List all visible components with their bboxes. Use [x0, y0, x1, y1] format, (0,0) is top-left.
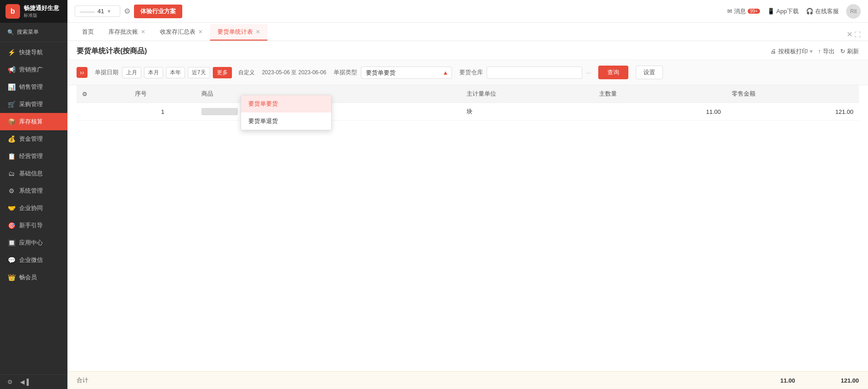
dropdown-item-yaohuo[interactable]: 要货单要货 [241, 95, 331, 113]
tab-receive-summary[interactable]: 收发存汇总表 ✕ [153, 24, 210, 41]
type-filter-group: 单据类型 要货单要货 要货单退货 ▲ [334, 67, 452, 79]
close-all-tabs-icon[interactable]: ✕ [847, 30, 853, 39]
sidebar-logo: b 畅捷通好生意 标准版 [0, 0, 67, 23]
this-month-btn[interactable]: 本月 [144, 67, 163, 78]
refresh-icon: ↻ [840, 48, 845, 55]
row-settings [77, 103, 129, 121]
purchase-icon: 🛒 [7, 100, 15, 108]
sidebar-item-guide[interactable]: 🎯 新手引导 [0, 217, 67, 234]
type-dropdown: 要货单要货 要货单退货 [241, 95, 332, 130]
row-amount: 121.00 [726, 103, 859, 121]
row-qty: 11.00 [594, 103, 726, 121]
message-icon: ✉ [727, 8, 732, 15]
warehouse-more-icon[interactable]: ··· [586, 69, 591, 76]
last-7-days-btn[interactable]: 近7天 [188, 67, 210, 78]
trial-button[interactable]: 体验行业方案 [134, 5, 182, 18]
col-amount-header: 零售金额 [726, 85, 859, 103]
type-filter-label: 单据类型 [334, 68, 357, 77]
sidebar: b 畅捷通好生意 标准版 🔍 搜索菜单 ⚡ 快捷导航 📢 营销推广 📊 销售管理… [0, 0, 67, 389]
row-unit: 块 [461, 103, 594, 121]
sidebar-nav: ⚡ 快捷导航 📢 营销推广 📊 销售管理 🛒 采购管理 📦 库存核算 💰 资金管… [0, 42, 67, 374]
page-actions: 🖨 按模板打印 ▾ ↑ 导出 ↻ 刷新 [770, 47, 859, 56]
warehouse-filter-group: 要货仓库 ··· [459, 67, 591, 79]
topbar-right: ✉ 消息 99+ 📱 App下载 🎧 在线客服 Rit [727, 4, 861, 19]
sidebar-item-sales[interactable]: 📊 销售管理 [0, 78, 67, 96]
total-amount: 121.00 [822, 377, 859, 384]
tab-order-summary[interactable]: 要货单统计表 ✕ [210, 24, 267, 41]
tab-inventory-batch[interactable]: 库存批次账 ✕ [101, 24, 153, 41]
print-button[interactable]: 🖨 按模板打印 ▾ [770, 47, 813, 56]
total-qty: 11.00 [759, 377, 795, 384]
col-unit-header: 主计量单位 [461, 85, 594, 103]
sidebar-item-basic[interactable]: 🗂 基础信息 [0, 165, 67, 182]
enterprise-icon: 🤝 [7, 204, 15, 212]
messages-button[interactable]: ✉ 消息 99+ [727, 7, 760, 15]
guide-icon: 🎯 [7, 221, 15, 230]
tab-home[interactable]: 首页 [75, 24, 101, 41]
query-button[interactable]: 查询 [598, 66, 628, 79]
col-settings-header[interactable]: ⚙ [77, 85, 129, 103]
topbar-settings-icon[interactable]: ⚙ [124, 7, 130, 15]
warehouse-input[interactable] [487, 67, 582, 79]
sidebar-item-marketing[interactable]: 📢 营销推广 [0, 61, 67, 78]
col-no-header: 序号 [129, 85, 196, 103]
close-order-summary-tab[interactable]: ✕ [256, 29, 260, 35]
chevron-down-icon: ▾ [810, 48, 813, 55]
sidebar-item-quick-nav[interactable]: ⚡ 快捷导航 [0, 44, 67, 61]
logo-text: 畅捷通好生意 标准版 [24, 5, 59, 18]
table-body: 1 块 11.00 121.00 [77, 103, 859, 121]
last-month-btn[interactable]: 上月 [122, 67, 141, 78]
quick-nav-icon: ⚡ [7, 48, 15, 56]
table-footer: 合计 11.00 121.00 [67, 371, 868, 389]
type-select[interactable]: 要货单要货 要货单退货 [361, 67, 452, 79]
page-title: 要货单统计表(按商品) [77, 46, 147, 56]
maximize-icon[interactable]: ⛶ [854, 31, 861, 38]
sidebar-item-enterprise[interactable]: 🤝 企业协同 [0, 200, 67, 217]
close-receive-summary-tab[interactable]: ✕ [198, 29, 203, 35]
table-row: 1 块 11.00 121.00 [77, 103, 859, 121]
wechat-icon: 💬 [7, 256, 15, 264]
sidebar-item-appstore[interactable]: 🔲 应用中心 [0, 234, 67, 251]
sidebar-item-system[interactable]: ⚙ 系统管理 [0, 182, 67, 200]
settings-icon[interactable]: ⚙ [7, 379, 13, 385]
sidebar-item-operation[interactable]: 📋 经营管理 [0, 148, 67, 165]
online-service-button[interactable]: 🎧 在线客服 [806, 7, 839, 15]
more-dates-btn[interactable]: 更多 [213, 67, 232, 78]
custom-date-btn[interactable]: 自定义 [235, 67, 258, 78]
dropdown-item-tuihuo[interactable]: 要货单退货 [241, 113, 331, 130]
app-download-button[interactable]: 📱 App下载 [767, 7, 799, 15]
page-content: 要货单统计表(按商品) 🖨 按模板打印 ▾ ↑ 导出 ↻ 刷新 [67, 41, 868, 389]
settings-icon: ⚙ [82, 91, 87, 97]
sidebar-item-inventory[interactable]: 📦 库存核算 [0, 113, 67, 130]
export-button[interactable]: ↑ 导出 [818, 47, 835, 56]
sidebar-search-area[interactable]: 🔍 搜索菜单 [0, 23, 67, 42]
close-inventory-batch-tab[interactable]: ✕ [141, 29, 145, 35]
this-year-btn[interactable]: 本年 [166, 67, 185, 78]
sidebar-item-wechat[interactable]: 💬 企业微信 [0, 251, 67, 269]
chevron-right-icon: ›› [80, 69, 84, 76]
row-no: 1 [129, 103, 196, 121]
tabs-bar: 首页 库存批次账 ✕ 收发存汇总表 ✕ 要货单统计表 ✕ ✕ ⛶ [67, 23, 868, 41]
warehouse-filter-label: 要货仓库 [459, 68, 483, 77]
refresh-button[interactable]: ↻ 刷新 [840, 47, 859, 56]
search-menu-button[interactable]: 🔍 搜索菜单 [5, 26, 63, 38]
system-icon: ⚙ [7, 187, 15, 195]
col-qty-header: 主数量 [594, 85, 726, 103]
sidebar-item-purchase[interactable]: 🛒 采购管理 [0, 96, 67, 113]
user-avatar[interactable]: Rit [846, 4, 861, 19]
set-button[interactable]: 设置 [636, 66, 663, 79]
date-filter-buttons: 上月 本月 本年 近7天 更多 自定义 [122, 67, 258, 78]
filter-bar: ›› 单据日期 上月 本月 本年 近7天 更多 自定义 2023-05-06 至… [67, 60, 868, 85]
sales-icon: 📊 [7, 83, 15, 91]
phone-icon: 📱 [767, 8, 775, 15]
store-selector[interactable]: ——— 41 ▾ [75, 5, 120, 17]
collapse-sidebar-button[interactable]: ◀▐ [20, 379, 29, 385]
filter-expand-button[interactable]: ›› [77, 67, 87, 78]
finance-icon: 💰 [7, 135, 15, 143]
sidebar-item-member[interactable]: 👑 畅会员 [0, 269, 67, 286]
app-logo-icon: b [5, 4, 20, 19]
marketing-icon: 📢 [7, 66, 15, 74]
sidebar-item-finance[interactable]: 💰 资金管理 [0, 130, 67, 148]
date-filter-label: 单据日期 [95, 68, 118, 77]
total-label: 合计 [77, 376, 88, 384]
